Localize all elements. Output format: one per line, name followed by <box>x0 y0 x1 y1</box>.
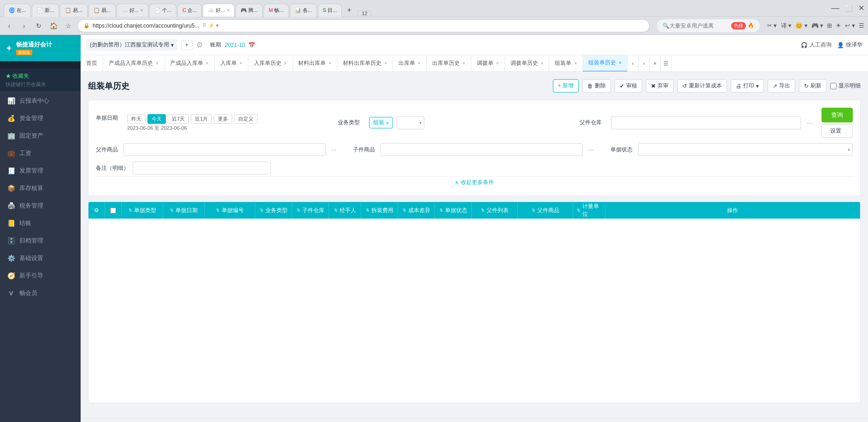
nav-arrow-left[interactable]: ‹ <box>628 55 639 72</box>
select-all-checkbox[interactable] <box>110 208 116 214</box>
refresh-button-page[interactable]: ↻ 刷新 <box>799 79 827 92</box>
nav-tab-prod[interactable]: 产成品入库单 × <box>164 55 215 72</box>
translate-icon[interactable]: 译 ▾ <box>781 22 792 30</box>
nav-tab-material-out[interactable]: 材料出库单 × <box>293 55 337 72</box>
th-number[interactable]: ⇅ 单据编号 <box>205 202 255 219</box>
emoji-icon[interactable]: 😊 ▾ <box>795 22 808 29</box>
favorites-sub[interactable]: 快捷键打开收藏夹 <box>6 81 75 88</box>
nav-item-funds[interactable]: 💰 资金管理 <box>0 110 81 127</box>
assembly-history-close[interactable]: × <box>619 60 622 65</box>
prod-history-close[interactable]: × <box>156 61 158 66</box>
child-goods-more[interactable]: ··· <box>586 146 596 153</box>
refresh-button[interactable]: ↻ <box>33 20 44 31</box>
nav-tab-assembly-history[interactable]: 组装单历史 × <box>583 55 628 72</box>
th-parent-goods[interactable]: ⇅ 父件商品 <box>518 202 573 219</box>
child-goods-input[interactable] <box>381 143 583 156</box>
month-btn[interactable]: 近1月 <box>191 114 212 124</box>
nav-item-salary[interactable]: 💼 工资 <box>0 145 81 162</box>
browser-tab-7[interactable]: C 企... <box>177 4 202 17</box>
today-btn[interactable]: 今天 <box>147 114 166 124</box>
browser-tab-3[interactable]: 📋 易... <box>60 4 87 17</box>
transfer-history-close[interactable]: × <box>541 61 544 66</box>
export-button[interactable]: ↗ 导出 <box>768 79 795 92</box>
settings-btn[interactable]: 设置 <box>821 124 853 138</box>
th-disassemble-fee[interactable]: ⇅ 拆装费用 <box>361 202 398 219</box>
transfer-close[interactable]: × <box>496 61 499 66</box>
maximize-btn[interactable]: ⬜ <box>845 5 853 12</box>
nav-tab-outbound-history[interactable]: 出库单历史 × <box>427 55 471 72</box>
audit-button[interactable]: ✔ 审核 <box>615 79 642 92</box>
nav-item-assets[interactable]: 🏢 固定资产 <box>0 127 81 145</box>
nav-item-settlement[interactable]: 📒 结账 <box>0 214 81 232</box>
nav-tab-assembly[interactable]: 组装单 × <box>549 55 583 72</box>
bookmark-button[interactable]: ☆ <box>63 20 74 31</box>
th-handler[interactable]: ⇅ 经手人 <box>329 202 361 219</box>
biz-type-select[interactable] <box>397 116 424 129</box>
custom-btn[interactable]: 自定义 <box>234 114 258 124</box>
browser-tab-9[interactable]: 🎮 腾... <box>235 4 263 17</box>
browser-tab-6[interactable]: 📄 个... <box>149 4 176 17</box>
status-select[interactable] <box>638 143 853 156</box>
nav-arrow-right[interactable]: › <box>639 55 650 72</box>
recalculate-button[interactable]: ↺ 重新计算成本 <box>677 79 727 92</box>
user-info[interactable]: 👤 徐泽华 <box>837 41 862 49</box>
back-button[interactable]: ‹ <box>4 20 15 31</box>
th-date[interactable]: ⇅ 单据日期 <box>163 202 205 219</box>
inbound-history-close[interactable]: × <box>284 61 287 66</box>
menu-icon[interactable]: ☰ <box>859 22 864 29</box>
th-biz-type[interactable]: ⇅ 业务类型 <box>255 202 292 219</box>
company-selector[interactable]: (勿删勿禁用）江西服宝测试专用 ▾ <box>86 39 177 51</box>
material-out-close[interactable]: × <box>328 61 331 66</box>
query-button[interactable]: 查询 <box>821 108 853 122</box>
nav-item-inventory[interactable]: 📦 库存核算 <box>0 179 81 197</box>
nav-tab-close-all[interactable]: × <box>650 55 661 72</box>
th-cost-diff[interactable]: ⇅ 成本差异 <box>398 202 435 219</box>
nav-tab-inbound[interactable]: 入库单 × <box>215 55 248 72</box>
biz-type-remove[interactable]: × <box>386 120 389 126</box>
browser-tab-12[interactable]: S 目... <box>318 4 342 17</box>
favorites-title[interactable]: ★ 收藏夹 <box>6 72 75 80</box>
show-detail-checkbox[interactable] <box>830 83 837 89</box>
settings-gear-icon[interactable]: ⚙ <box>196 40 203 49</box>
th-type[interactable]: ⇅ 单据类型 <box>122 202 163 219</box>
th-child-warehouse[interactable]: ⇅ 子件仓库 <box>292 202 329 219</box>
th-unit[interactable]: ⇅ 计量单位 <box>573 202 605 219</box>
period-selector[interactable]: 账期 2021-10 📅 <box>210 41 255 49</box>
more-btn[interactable]: 更多 <box>214 114 232 124</box>
th-checkbox[interactable] <box>105 202 122 219</box>
th-parent-list[interactable]: ⇅ 父件列表 <box>472 202 518 219</box>
outbound-history-close[interactable]: × <box>463 61 465 66</box>
nav-item-archive[interactable]: 🗄️ 归档管理 <box>0 232 81 249</box>
new-tab-button[interactable]: + <box>343 4 356 17</box>
scissors-icon[interactable]: ✂ ▾ <box>767 22 777 29</box>
week-btn[interactable]: 近7天 <box>168 114 189 124</box>
close-btn[interactable]: ✕ <box>858 4 864 12</box>
game-icon[interactable]: 🎮 ▾ <box>811 22 824 29</box>
nav-item-guide[interactable]: 🧭 新手引导 <box>0 267 81 284</box>
nav-tab-prod-history[interactable]: 产成品入库单历史 × <box>103 55 164 72</box>
nav-item-tax[interactable]: 🖨️ 税务管理 <box>0 197 81 214</box>
abandon-button[interactable]: ✖ 弃审 <box>646 79 674 92</box>
th-settings[interactable]: ⚙ <box>88 202 105 219</box>
search-input[interactable] <box>669 23 729 29</box>
brightness-icon[interactable]: ☀ <box>836 22 841 29</box>
parent-warehouse-input[interactable] <box>611 116 801 129</box>
nav-tab-transfer[interactable]: 调拨单 × <box>471 55 505 72</box>
material-out-history-close[interactable]: × <box>384 61 387 66</box>
nav-item-reports[interactable]: 📊 云报表中心 <box>0 92 81 110</box>
prod-close[interactable]: × <box>206 61 209 66</box>
notes-input[interactable] <box>133 162 271 174</box>
minimize-btn[interactable]: — <box>831 3 839 13</box>
outbound-close[interactable]: × <box>418 61 421 66</box>
forward-button[interactable]: › <box>18 20 29 31</box>
nav-tab-material-out-history[interactable]: 材料出库单历史 × <box>337 55 393 72</box>
nav-tab-home[interactable]: 首页 <box>81 55 103 72</box>
new-button[interactable]: + 新增 <box>553 79 579 92</box>
collapse-button[interactable]: ∧ 收起更多条件 <box>96 176 853 188</box>
browser-tab-11[interactable]: 📊 各... <box>290 4 317 17</box>
nav-tab-menu[interactable]: ☰ <box>661 55 672 72</box>
nav-item-invoice[interactable]: 🧾 发票管理 <box>0 162 81 179</box>
scrollbar-area[interactable] <box>81 418 868 422</box>
yesterday-btn[interactable]: 昨天 <box>127 114 146 124</box>
undo-icon[interactable]: ↩ ▾ <box>845 22 855 29</box>
